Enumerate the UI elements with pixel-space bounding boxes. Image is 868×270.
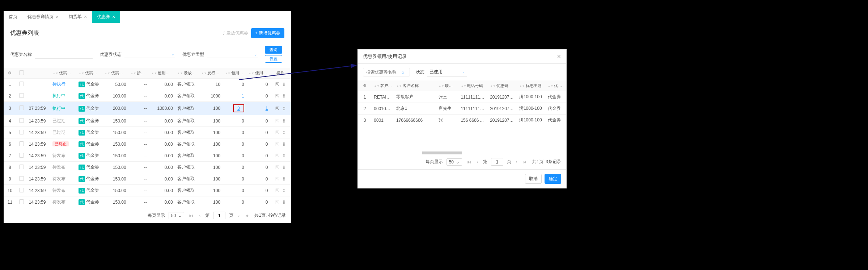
qrcode-icon[interactable]: ⁞⁞ [281, 153, 287, 158]
table-row[interactable]: 6 14 23:59 已终止 代 代金券 150.00 -- 0.00 客户领取… [4, 138, 291, 150]
col-type[interactable]: ▲▼优惠券类型 [76, 68, 102, 79]
qrcode-icon[interactable]: ⁞⁞ [281, 93, 287, 99]
tab-home[interactable]: 首页 [4, 11, 22, 23]
table-row[interactable]: 8 14 23:59 待发布 代 代金券 150.00 -- 0.00 客户领取… [4, 162, 291, 173]
col-customer-name[interactable]: ▲▼客户名称 [394, 80, 436, 91]
col-subject[interactable]: ▲▼优惠主题 [517, 80, 546, 91]
row-checkbox[interactable] [16, 115, 27, 127]
table-row[interactable]: 10 14 23:59 待发布 代 代金券 150.00 -- 0.00 客户领… [4, 185, 291, 196]
last-page-button[interactable]: ⏭ [522, 159, 529, 165]
row-checkbox[interactable] [16, 79, 27, 90]
close-icon[interactable]: ✕ [112, 15, 115, 19]
col-status[interactable]: ▲▼优惠券状态 [50, 68, 76, 79]
modal-close-button[interactable]: ✕ [557, 54, 561, 59]
modal-filters: ⌕ 状态 已使用 ⌄ [358, 64, 566, 80]
claimed-link[interactable]: 3 [237, 106, 240, 111]
row-checkbox[interactable] [16, 162, 27, 173]
row-checkbox[interactable] [16, 196, 27, 208]
col-coupon-code[interactable]: ▲▼优惠码 [488, 80, 517, 91]
col-coupon-type[interactable]: ▲▼优惠券类 [546, 80, 566, 91]
col-discount[interactable]: ▲▼折扣% [128, 68, 149, 79]
query-button[interactable]: 查询 [265, 46, 282, 54]
qrcode-icon[interactable]: ⁞⁞ [281, 165, 287, 170]
col-gear[interactable]: ⚙ [4, 68, 16, 79]
share-icon: ⇱ [274, 118, 280, 124]
col-label: 使用数量 [255, 71, 270, 75]
qrcode-icon[interactable]: ⁞⁞ [281, 82, 287, 87]
row-checkbox[interactable] [16, 150, 27, 162]
col-method[interactable]: ▲▼发放方式 [175, 68, 199, 79]
col-claimed[interactable]: ▲▼领用数量 [223, 68, 246, 79]
next-page-button[interactable]: › [237, 213, 241, 218]
table-row[interactable]: 9 14 23:59 待发布 代 代金券 150.00 -- 0.00 客户领取… [4, 173, 291, 185]
prev-page-button[interactable]: ‹ [476, 159, 479, 165]
modal-status-select[interactable]: 已使用 ⌄ [427, 67, 467, 77]
coupon-name-input[interactable] [35, 50, 93, 59]
cancel-button[interactable]: 取消 [525, 174, 542, 184]
table-row[interactable]: 3 07 23:59 执行中 代 代金券 200.00 -- 1000.00 客… [4, 102, 291, 115]
share-icon[interactable]: ⇱ [274, 93, 280, 99]
qrcode-icon[interactable]: ⁞⁞ [281, 199, 287, 205]
add-coupon-button[interactable]: + 新增优惠券 [251, 28, 284, 38]
col-gear[interactable]: ⚙ [358, 80, 372, 91]
next-page-button[interactable]: › [515, 159, 518, 165]
table-row[interactable]: 2 00010001 北京1 唐先生 11111111111 201912070… [358, 103, 566, 115]
table-row[interactable]: 3 0001 17666666666 张 156 6666 ... 201912… [358, 115, 566, 126]
row-checkbox[interactable] [16, 127, 27, 138]
row-checkbox[interactable] [16, 185, 27, 196]
row-checkbox[interactable] [16, 102, 27, 115]
col-phone[interactable]: ▲▼电话号码 [458, 80, 488, 91]
table-row[interactable]: 7 14 23:59 待发布 代 代金券 150.00 -- 0.00 客户领取… [4, 150, 291, 162]
page-input[interactable] [213, 212, 225, 219]
col-label: 优惠券类 [554, 83, 566, 88]
qrcode-icon[interactable]: ⁞⁞ [281, 118, 287, 124]
row-checkbox[interactable] [16, 138, 27, 150]
row-checkbox[interactable] [16, 173, 27, 185]
col-issued[interactable]: ▲▼发行数量 [199, 68, 223, 79]
col-used[interactable]: ▲▼使用数量 [246, 68, 270, 79]
search-icon[interactable]: ⌕ [402, 70, 404, 75]
table-row[interactable]: 1 待执行 代 代金券 50.00 -- 0.00 客户领取 10 0 0 ⇱ … [4, 79, 291, 90]
tab-label: 首页 [9, 14, 17, 20]
row-checkbox[interactable] [16, 90, 27, 102]
per-page-select[interactable]: 50 ⌄ [169, 212, 184, 219]
close-icon[interactable]: ✕ [56, 15, 59, 19]
col-threshold[interactable]: ▲▼使用门槛... [149, 68, 175, 79]
table-row[interactable]: 2 执行中 代 代金券 100.00 -- 0.00 客户领取 1000 1 0… [4, 90, 291, 102]
col-checkbox[interactable] [16, 68, 27, 79]
prev-page-button[interactable]: ‹ [198, 213, 202, 218]
table-row[interactable]: 4 14 23:59 已过期 代 代金券 150.00 -- 0.00 客户领取… [4, 115, 291, 127]
used-link[interactable]: 1 [266, 106, 268, 111]
last-page-button[interactable]: ⏭ [244, 213, 251, 218]
col-face[interactable]: ▲▼优惠券面值 [102, 68, 128, 79]
page-input[interactable] [491, 158, 503, 166]
qrcode-icon[interactable]: ⁞⁞ [281, 106, 287, 111]
col-contact[interactable]: ▲▼联系人 [436, 80, 459, 91]
per-page-select[interactable]: 50 ⌄ [446, 158, 462, 166]
first-page-button[interactable]: ⏮ [188, 213, 194, 218]
qrcode-icon[interactable]: ⁞⁞ [281, 176, 287, 182]
confirm-button[interactable]: 确定 [545, 174, 561, 184]
qrcode-icon[interactable]: ⁞⁞ [281, 188, 287, 193]
share-icon[interactable]: ⇱ [274, 82, 280, 87]
tab-coupon-detail[interactable]: 优惠券详情页✕ [22, 11, 64, 23]
coupon-status-select[interactable]: ⌄ [124, 51, 175, 58]
row-number: 8 [4, 162, 16, 173]
first-page-button[interactable]: ⏮ [466, 159, 472, 165]
tab-coupon[interactable]: 优惠券✕ [92, 11, 120, 23]
coupon-type-select[interactable]: ⌄ [207, 51, 258, 58]
horizontal-scrollbar[interactable] [362, 151, 562, 154]
settings-button[interactable]: 设置 [265, 55, 282, 63]
tab-sales-order[interactable]: 销货单✕ [64, 11, 92, 23]
qrcode-icon[interactable]: ⁞⁞ [281, 141, 287, 147]
claimed-link[interactable]: 1 [242, 94, 244, 99]
close-icon[interactable]: ✕ [84, 15, 87, 19]
table-row[interactable]: 1 RETAIL... 零散客户 张三 11111111111 20191207… [358, 91, 566, 103]
table-row[interactable]: 11 14 23:59 待发布 代 代金券 150.00 -- 0.00 客户领… [4, 196, 291, 208]
row-phone: 11111111111 [458, 91, 488, 103]
share-icon[interactable]: ⇱ [274, 106, 280, 111]
table-row[interactable]: 5 14 23:59 已过期 代 代金券 150.00 -- 0.00 客户领取… [4, 127, 291, 138]
col-customer-code[interactable]: ▲▼客户... [372, 80, 394, 91]
search-coupon-input[interactable] [366, 70, 399, 75]
qrcode-icon[interactable]: ⁞⁞ [281, 130, 287, 135]
